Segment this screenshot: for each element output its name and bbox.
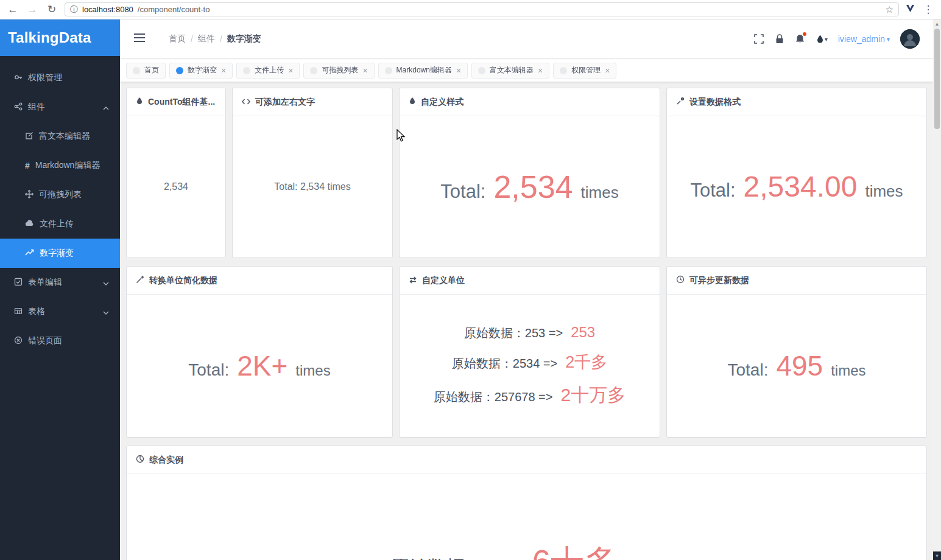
- user-menu[interactable]: iview_admin ▾: [838, 34, 890, 44]
- tag-countto[interactable]: 数字渐变 ×: [169, 63, 233, 79]
- count-prefix: Total:: [727, 360, 768, 380]
- raw-data-label: 原始数据：257678 =>: [434, 389, 553, 405]
- avatar[interactable]: [900, 29, 920, 49]
- tag-label: 数字渐变: [188, 65, 217, 75]
- count-value: 2,534.00: [744, 170, 858, 203]
- close-icon[interactable]: ×: [362, 66, 367, 75]
- sidebar-item-draggable[interactable]: 可拖拽列表: [0, 180, 120, 209]
- sidebar-item-richtext[interactable]: 富文本编辑器: [0, 122, 120, 151]
- count-value: 2K+: [237, 349, 287, 382]
- lock-icon[interactable]: [775, 33, 784, 44]
- sidebar-item-label: 数字渐变: [40, 248, 74, 259]
- back-icon[interactable]: ←: [6, 4, 19, 16]
- tag-dot: [478, 67, 485, 74]
- close-icon[interactable]: ×: [288, 66, 293, 75]
- count-value: 495: [776, 349, 823, 382]
- notification-bell-icon[interactable]: [795, 33, 805, 44]
- count-text: Total: 2,534 times: [274, 181, 350, 192]
- fullscreen-icon[interactable]: [753, 33, 764, 44]
- clock-icon: [676, 275, 685, 285]
- close-icon[interactable]: ×: [221, 66, 226, 75]
- card-title: 自定义样式: [421, 97, 463, 108]
- app-logo[interactable]: TalkingData: [0, 19, 120, 56]
- sidebar: TalkingData 权限管理 组件 富文本编辑器 # Markdow: [0, 19, 120, 560]
- close-icon[interactable]: ×: [456, 66, 461, 75]
- unit-row: 原始数据：2534 => 2千多: [452, 351, 607, 373]
- card-combined-example: 综合实例 原始数据: 27 => 6十多 times: [126, 446, 927, 560]
- sidebar-item-markdown[interactable]: # Markdown编辑器: [0, 151, 120, 180]
- code-icon: [242, 97, 250, 107]
- forward-icon[interactable]: →: [26, 4, 39, 16]
- sidebar-item-table[interactable]: 表格: [0, 297, 120, 326]
- url-host: localhost:8080: [82, 5, 133, 14]
- page-scrollbar[interactable]: ▲ ▼: [933, 19, 941, 560]
- sidebar-item-upload[interactable]: 文件上传: [0, 209, 120, 239]
- tag-auth[interactable]: 权限管理 ×: [553, 63, 616, 79]
- count-suffix: times: [865, 182, 903, 201]
- count-value: 2,534: [164, 181, 188, 192]
- share-icon: [14, 102, 23, 113]
- sidebar-item-label: 文件上传: [40, 219, 74, 229]
- tag-label: 权限管理: [571, 65, 601, 75]
- card-header: 综合实例: [127, 446, 926, 474]
- tag-richtext[interactable]: 富文本编辑器 ×: [471, 63, 549, 79]
- card-custom-unit: 自定义单位 原始数据：253 => 253 原始数据：2534 => 2千多 原…: [399, 266, 660, 438]
- main-area: 首页 / 组件 / 数字渐变 ▾ iview_admin ▾: [120, 19, 933, 560]
- username: iview_admin: [838, 34, 885, 44]
- sidebar-menu: 权限管理 组件 富文本编辑器 # Markdown编辑器 可拖拽列表: [0, 56, 120, 355]
- tag-label: 可拖拽列表: [322, 65, 358, 75]
- tools-icon: [676, 97, 685, 107]
- breadcrumb: 首页 / 组件 / 数字渐变: [169, 33, 261, 44]
- url-path: /component/count-to: [138, 5, 210, 14]
- converted-value: 2千多: [565, 351, 607, 373]
- hamburger-menu-icon[interactable]: [133, 33, 146, 45]
- sidebar-item-label: 错误页面: [28, 335, 62, 346]
- card-countto-affix: 可添加左右文字 Total: 2,534 times: [232, 88, 393, 258]
- tag-dot: [310, 67, 317, 74]
- breadcrumb-separator: /: [220, 34, 222, 44]
- card-header: 可异步更新数据: [667, 267, 926, 295]
- tag-upload[interactable]: 文件上传 ×: [236, 63, 300, 79]
- unit-row: 原始数据：257678 => 2十万多: [434, 383, 626, 408]
- browser-menu-icon[interactable]: ⋮: [922, 3, 935, 16]
- breadcrumb-home[interactable]: 首页: [169, 33, 186, 44]
- bookmark-star-icon[interactable]: ☆: [886, 4, 893, 15]
- card-body: Total: 495 times: [667, 295, 926, 436]
- count-prefix: Total:: [440, 181, 485, 203]
- sidebar-item-error[interactable]: 错误页面: [0, 326, 120, 355]
- close-icon[interactable]: ×: [605, 66, 610, 75]
- scrollbar-down-arrow[interactable]: ▼: [933, 551, 941, 560]
- tag-label: 首页: [144, 65, 159, 75]
- tag-dot: [560, 67, 567, 74]
- count-suffix: times: [295, 362, 330, 379]
- sidebar-item-countto[interactable]: 数字渐变: [0, 239, 120, 268]
- card-body: Total: 2,534 times: [233, 116, 392, 257]
- scrollbar-thumb[interactable]: [934, 29, 940, 129]
- count-prefix: 原始数据: 27 =>: [390, 555, 524, 560]
- card-body: Total: 2,534 times: [400, 116, 660, 257]
- page-content: CountTo组件基... 2,534 可添加左右文字 Total: 2,534…: [120, 82, 933, 560]
- sidebar-item-form[interactable]: 表单编辑: [0, 268, 120, 297]
- tag-home[interactable]: 首页: [126, 63, 166, 79]
- card-header: 转换单位简化数据: [127, 267, 392, 295]
- card-body: Total: 2,534.00 times: [667, 116, 926, 257]
- count-suffix: times: [581, 183, 619, 202]
- tag-draggable[interactable]: 可拖拽列表 ×: [303, 63, 374, 79]
- close-icon[interactable]: ×: [538, 66, 543, 75]
- sidebar-item-auth[interactable]: 权限管理: [0, 63, 120, 93]
- theme-ink-icon[interactable]: ▾: [816, 34, 828, 44]
- scrollbar-up-arrow[interactable]: ▲: [933, 19, 941, 28]
- browser-extension-icon[interactable]: [905, 3, 915, 16]
- refresh-icon[interactable]: ↻: [45, 3, 58, 16]
- breadcrumb-components[interactable]: 组件: [198, 33, 215, 44]
- card-header: 可添加左右文字: [233, 88, 392, 116]
- tag-dot: [385, 67, 392, 74]
- card-header: 自定义样式: [400, 88, 660, 116]
- hash-icon: #: [25, 161, 30, 170]
- sidebar-item-label: 表单编辑: [28, 277, 62, 288]
- address-bar[interactable]: ⓘ localhost:8080 /component/count-to ☆: [65, 2, 899, 16]
- key-icon: [14, 73, 23, 83]
- site-info-icon[interactable]: ⓘ: [70, 4, 78, 15]
- sidebar-item-components[interactable]: 组件: [0, 93, 120, 122]
- tag-markdown[interactable]: Markdown编辑器 ×: [378, 63, 468, 79]
